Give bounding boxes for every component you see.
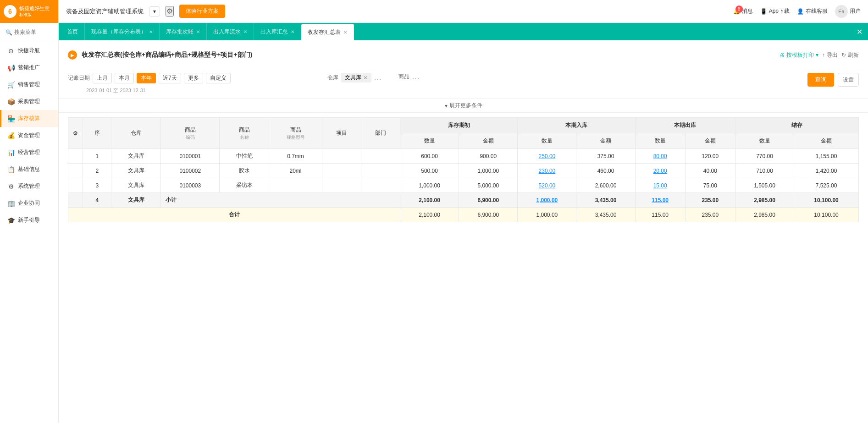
th-close-qty: 数量 [735,133,794,149]
row-in-qty[interactable]: 250.00 [518,149,576,164]
tab-close-icon[interactable]: ✕ [291,29,294,34]
sidebar-item-label: 基础信息 [18,165,40,173]
data-table: ⚙ 序 仓库 商品编码 商品名称 商品规格型号 项目 部门 库存期初 本期入库 … [68,117,859,222]
sidebar-item-enterprise[interactable]: 🏢 企业协同 [0,195,58,212]
online-service-item[interactable]: 👤 在线客服 [797,7,828,15]
sidebar-item-operation[interactable]: 📊 经营管理 [0,144,58,161]
date-btn-more[interactable]: 更多 [184,73,203,83]
row-settings [68,149,83,164]
warehouse-more-dots[interactable]: ... [374,74,382,81]
date-btn-this-year[interactable]: 本年 [137,73,156,83]
expand-filters-button[interactable]: ▾ 展开更多条件 [445,102,482,110]
row-in-qty[interactable]: 520.00 [518,178,576,193]
row-out-amt: 40.00 [685,164,735,178]
sidebar-item-basic[interactable]: 📋 基础信息 [0,161,58,178]
table-settings-col[interactable]: ⚙ [68,118,83,149]
row-goods-code: 0100001 [161,149,220,164]
logo-icon: 6 [4,5,17,18]
tab-close-icon[interactable]: ✕ [196,29,200,34]
subtotal-row: 4 文具库 小计 2,100.00 6,900.00 1,000.00 3,43… [68,193,859,208]
user-item[interactable]: Ea 用户 [835,5,861,18]
sidebar-item-inventory[interactable]: 🏪 库存核算 [0,110,58,127]
print-button[interactable]: 🖨 按模板打印 ▾ [779,51,818,59]
row-goods-name: 胶水 [220,164,269,178]
tab-inventory-dist[interactable]: 现存量（库存分布表） ✕ [85,23,160,40]
sidebar-item-guide[interactable]: 🎓 新手引导 [0,212,58,229]
tab-receipt-summary[interactable]: 收发存汇总表 ✕ [301,24,354,40]
tab-in-out-flow[interactable]: 出入库流水 ✕ [207,23,254,40]
print-label: 按模板打印 [786,51,814,59]
sidebar-item-label: 库存核算 [18,115,40,122]
warehouse-tag-close[interactable]: ✕ [363,75,368,81]
tab-batch-account[interactable]: 库存批次账 ✕ [160,23,207,40]
warehouse-tag-text: 文具库 [345,74,361,82]
row-close-amt: 7,525.00 [794,178,859,193]
system-dropdown[interactable]: 装备及固定资产辅助管理系统 ▾ [149,6,160,16]
row-out-qty[interactable]: 15.00 [635,178,685,193]
user-label: 用户 [850,7,861,15]
tab-bar: 首页 现存量（库存分布表） ✕ 库存批次账 ✕ 出入库流水 ✕ 出入库汇总 ✕ … [59,23,868,40]
date-btn-custom[interactable]: 自定义 [206,73,231,83]
th-opening-group: 库存期初 [400,118,518,133]
sub-close-qty: 2,985.00 [735,193,794,208]
tab-bar-close-button[interactable]: ✕ [851,27,868,36]
total-close-qty: 2,985.00 [735,208,794,222]
export-icon: ↑ [822,52,825,58]
table-row: 1 文具库 0100001 中性笔 0.7mm 600.00 900.00 25… [68,149,859,164]
sub-in-qty: 1,000.00 [518,193,576,208]
total-open-qty: 2,100.00 [400,208,459,222]
row-project [322,149,361,164]
app-download-item[interactable]: 📱 App下载 [760,7,790,15]
sub-open-qty: 2,100.00 [400,193,459,208]
export-button[interactable]: ↑ 导出 [822,51,838,59]
date-btn-this-month[interactable]: 本月 [115,73,134,83]
table-row: 2 文具库 0100002 胶水 20ml 500.00 1,000.00 23… [68,164,859,178]
settings-small-button[interactable]: 设置 [838,73,859,87]
page-header: ▶ 收发存汇总表(按仓库+商品编码+商品+规格型号+项目+部门) 🖨 按模板打印… [59,40,868,68]
sidebar-item-label: 系统管理 [18,182,40,190]
try-industry-button[interactable]: 体验行业方案 [179,5,225,18]
row-in-qty[interactable]: 230.00 [518,164,576,178]
tab-in-out-summary[interactable]: 出入库汇总 ✕ [254,23,301,40]
row-out-qty[interactable]: 20.00 [635,164,685,178]
expand-icon: ▾ [445,103,448,109]
th-goods-spec: 商品规格型号 [269,118,322,149]
date-btn-7days[interactable]: 近7天 [159,73,181,83]
goods-more-dots[interactable]: ... [412,73,420,80]
th-project: 项目 [322,118,361,149]
query-button[interactable]: 查询 [807,73,834,87]
settings-button[interactable]: ⚙ [166,6,174,16]
row-out-amt: 75.00 [685,178,735,193]
total-out-qty: 115.00 [635,208,685,222]
sidebar-item-finance[interactable]: 💰 资金管理 [0,127,58,144]
th-goods-name: 商品名称 [220,118,269,149]
refresh-button[interactable]: ↻ 刷新 [841,51,859,59]
date-btn-last-month[interactable]: 上月 [93,73,112,83]
notification-item[interactable]: 🔔 6 消息 [733,7,753,15]
row-open-qty: 1,000.00 [400,178,459,193]
tab-close-icon[interactable]: ✕ [243,29,247,34]
table-container: ⚙ 序 仓库 商品编码 商品名称 商品规格型号 项目 部门 库存期初 本期入库 … [59,113,868,227]
total-out-amt: 235.00 [685,208,735,222]
tab-home[interactable]: 首页 [61,23,85,40]
collapse-arrow-button[interactable]: ▶ [68,50,77,60]
avatar: Ea [835,5,848,18]
th-warehouse: 仓库 [111,118,161,149]
row-open-amt: 900.00 [459,149,518,164]
sidebar-item-purchase[interactable]: 📦 采购管理 [0,93,58,110]
row-in-amt: 375.00 [576,149,635,164]
search-icon: 🔍 [6,29,12,36]
refresh-icon: ↻ [841,52,846,58]
tab-inventory-dist-label: 现存量（库存分布表） [91,28,146,36]
row-close-amt: 1,420.00 [794,164,859,178]
row-out-qty[interactable]: 80.00 [635,149,685,164]
sidebar-item-system[interactable]: ⚙ 系统管理 [0,178,58,195]
sidebar-item-sales[interactable]: 🛒 销售管理 [0,76,58,93]
search-menu-button[interactable]: 🔍 搜索菜单 [4,27,55,38]
sidebar-item-quick-nav[interactable]: ⊙ 快捷导航 [0,42,58,59]
sidebar-item-marketing[interactable]: 📢 营销推广 [0,59,58,76]
tab-close-icon[interactable]: ✕ [343,30,347,35]
sub-out-amt: 235.00 [685,193,735,208]
tab-close-icon[interactable]: ✕ [149,29,153,34]
th-out-qty: 数量 [635,133,685,149]
